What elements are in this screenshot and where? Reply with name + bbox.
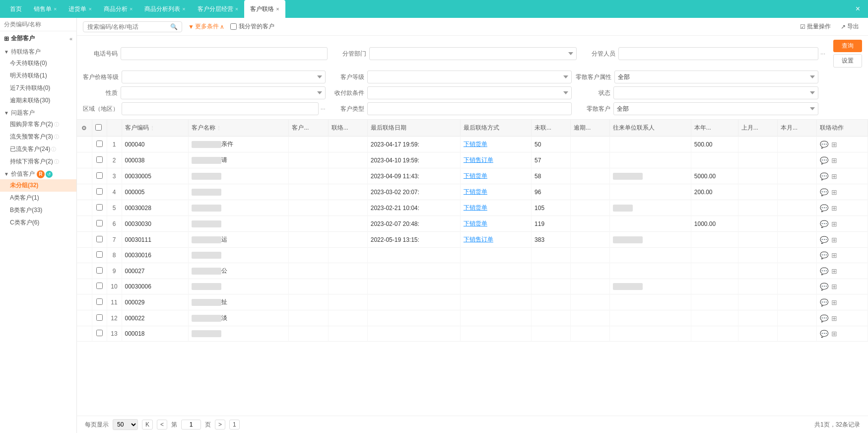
nav-product-analysis-list[interactable]: 商品分析列表 ×	[138, 0, 191, 18]
select-all-checkbox[interactable]	[95, 124, 102, 131]
last-method-cell[interactable]	[460, 248, 531, 263]
row-checkbox[interactable]	[96, 204, 103, 211]
qr-icon[interactable]: ⊞	[831, 330, 837, 338]
qr-icon[interactable]: ⊞	[831, 188, 837, 196]
sidebar-item-class-b[interactable]: B类客户(33)	[0, 204, 76, 216]
per-page-select[interactable]: 50 20 100	[113, 419, 138, 430]
first-page-btn[interactable]: K	[142, 420, 153, 430]
sidebar-item-class-a[interactable]: A类客户(1)	[0, 192, 76, 204]
person-col-header[interactable]: 往来单位联系人	[610, 120, 691, 137]
nav-purchase[interactable]: 进货单 ×	[63, 0, 97, 18]
checkbox-cell[interactable]	[92, 263, 107, 279]
search-input[interactable]	[87, 23, 170, 30]
qr-icon[interactable]: ⊞	[831, 141, 837, 148]
method-link[interactable]: 下销货单	[464, 172, 487, 179]
qr-icon[interactable]: ⊞	[831, 283, 837, 290]
last-method-cell[interactable]: 下销货单	[460, 216, 531, 232]
last-method-cell[interactable]	[460, 310, 531, 326]
close-all-icon[interactable]: ×	[852, 4, 864, 13]
phone-input[interactable]	[121, 47, 328, 60]
message-icon[interactable]: 💬	[820, 267, 828, 275]
checkbox-cell[interactable]	[92, 168, 107, 184]
person-input[interactable]	[618, 47, 818, 60]
close-icon[interactable]: ×	[276, 6, 279, 12]
checkbox-cell[interactable]	[92, 216, 107, 232]
checkbox-cell[interactable]	[92, 248, 107, 263]
message-icon[interactable]: 💬	[820, 156, 828, 164]
sidebar-item-today[interactable]: 今天待联络(0)	[0, 57, 76, 70]
refresh-icon[interactable]: ↺	[46, 171, 53, 178]
checkbox-cell[interactable]	[92, 184, 107, 200]
row-checkbox[interactable]	[96, 141, 103, 147]
price-level-select[interactable]	[122, 71, 326, 83]
last-method-cell[interactable]	[460, 263, 531, 279]
last-method-cell[interactable]: 下销售订单	[460, 152, 531, 168]
row-checkbox[interactable]	[96, 188, 103, 195]
nav-sales[interactable]: 销售单 ×	[28, 0, 63, 18]
customer-level-select[interactable]	[367, 71, 572, 83]
message-icon[interactable]: 💬	[820, 298, 828, 306]
group-problem-customers[interactable]: ▼ 问题客户	[0, 107, 76, 118]
name-col-header[interactable]: 客户名称 ⋮	[189, 120, 289, 137]
uncontact-col-header[interactable]: 未联...	[532, 120, 571, 137]
row-checkbox[interactable]	[96, 283, 103, 289]
method-link[interactable]: 下销售订单	[464, 236, 493, 243]
message-icon[interactable]: 💬	[820, 172, 828, 180]
this-month-col-header[interactable]: 本月...	[777, 120, 816, 137]
this-year-col-header[interactable]: 本年...	[691, 120, 738, 137]
group-pending-contact[interactable]: ▼ 待联络客户	[0, 46, 76, 57]
last-method-cell[interactable]	[460, 326, 531, 342]
settings-col-header[interactable]: ⚙	[77, 120, 92, 137]
dots-icon[interactable]: ···	[321, 105, 326, 112]
payment-select[interactable]	[367, 86, 572, 99]
nav-customer-contact[interactable]: 客户联络 ×	[244, 0, 285, 18]
close-icon[interactable]: ×	[88, 6, 91, 12]
method-link[interactable]: 下销货单	[464, 204, 487, 211]
message-icon[interactable]: 💬	[820, 330, 828, 338]
message-icon[interactable]: 💬	[820, 204, 828, 212]
page-input[interactable]	[181, 420, 201, 430]
retail-customer-select[interactable]: 全部	[613, 102, 818, 115]
area-input[interactable]	[122, 102, 319, 115]
qr-icon[interactable]: ⊞	[831, 314, 837, 322]
last-month-col-header[interactable]: 上月...	[738, 120, 777, 137]
row-checkbox[interactable]	[96, 156, 103, 163]
batch-op-btn[interactable]: ☑ 批量操作	[797, 21, 834, 32]
last-method-cell[interactable]	[460, 279, 531, 294]
type-col-header[interactable]: 客户...	[289, 120, 328, 137]
checkbox-cell[interactable]	[92, 137, 107, 152]
sidebar-item-unclassified[interactable]: 未分组(32)	[0, 179, 76, 192]
row-checkbox[interactable]	[96, 330, 103, 336]
last-method-cell[interactable]: 下销售订单	[460, 232, 531, 248]
qr-icon[interactable]: ⊞	[831, 251, 837, 259]
status-select[interactable]	[613, 86, 818, 99]
nav-product-analysis[interactable]: 商品分析 ×	[98, 0, 138, 18]
all-customers-section[interactable]: ⊞ 全部客户 «	[0, 31, 76, 46]
message-icon[interactable]: 💬	[820, 283, 828, 290]
method-link[interactable]: 下销货单	[464, 220, 487, 227]
method-link[interactable]: 下销货单	[464, 188, 487, 195]
overdue-col-header[interactable]: 逾期...	[571, 120, 610, 137]
message-icon[interactable]: 💬	[820, 251, 828, 259]
qr-icon[interactable]: ⊞	[831, 220, 837, 228]
nav-customer-segment[interactable]: 客户分层经营 ×	[192, 0, 244, 18]
message-icon[interactable]: 💬	[820, 220, 828, 228]
checkbox-cell[interactable]	[92, 294, 107, 310]
checkbox-cell[interactable]	[92, 326, 107, 342]
close-icon[interactable]: ×	[182, 6, 185, 12]
row-checkbox[interactable]	[96, 172, 103, 179]
more-conditions-btn[interactable]: ▼ 更多条件 ∧	[188, 22, 224, 31]
close-icon[interactable]: ×	[54, 6, 57, 12]
qr-icon[interactable]: ⊞	[831, 236, 837, 244]
sidebar-item-abnormal[interactable]: 囤购异常客户(2) ⓘ	[0, 118, 76, 131]
method-link[interactable]: 下销货单	[464, 141, 487, 147]
checkbox-cell[interactable]	[92, 232, 107, 248]
last-method-cell[interactable]: 下销货单	[460, 137, 531, 152]
last-method-cell[interactable]: 下销货单	[460, 200, 531, 216]
qr-icon[interactable]: ⊞	[831, 267, 837, 275]
last-method-cell[interactable]	[460, 294, 531, 310]
row-checkbox[interactable]	[96, 220, 103, 226]
sidebar-item-class-c[interactable]: C类客户(6)	[0, 216, 76, 229]
contact-col-header[interactable]: 联络...	[328, 120, 367, 137]
dept-select[interactable]	[369, 47, 576, 60]
